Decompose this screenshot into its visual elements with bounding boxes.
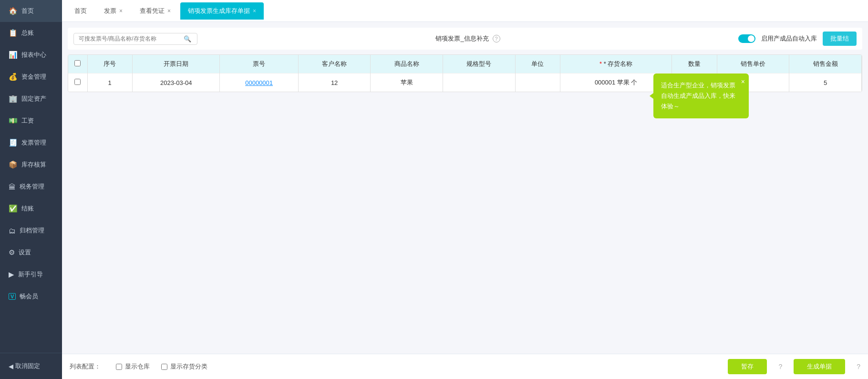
- tooltip-close-button[interactable]: ×: [741, 76, 745, 88]
- reports-icon: 📊: [9, 51, 18, 59]
- top-info: 销项发票_信息补充 ?: [435, 34, 500, 43]
- col-amount: 销售金额: [789, 55, 862, 74]
- show-category-checkbox[interactable]: [161, 364, 167, 370]
- col-spec: 规格型号: [443, 55, 516, 74]
- vip-icon: V: [9, 293, 16, 300]
- tab-sales-voucher-label: 销项发票生成库存单据: [188, 7, 250, 15]
- sidebar-item-label: 首页: [21, 7, 34, 15]
- col-checkbox: [68, 55, 87, 74]
- show-category-label: 显示存货分类: [170, 362, 207, 371]
- ledger-icon: 📋: [9, 29, 18, 37]
- sidebar-item-assets[interactable]: 🏢 固定资产: [0, 88, 62, 110]
- sidebar-item-vip[interactable]: V 畅会员: [0, 285, 62, 307]
- tab-sales-voucher[interactable]: 销项发票生成库存单据 ×: [180, 2, 264, 20]
- sidebar-item-label: 报表中心: [21, 51, 46, 59]
- info-help-icon[interactable]: ?: [493, 35, 500, 42]
- row-spec: [443, 74, 516, 92]
- sidebar-item-archive[interactable]: 🗂 归档管理: [0, 220, 62, 242]
- sidebar-item-label: 归档管理: [20, 226, 44, 235]
- feature-tooltip: × 适合生产型企业，销项发票自动生成产成品入库，快来体验～: [653, 74, 749, 118]
- salary-icon: 💵: [9, 116, 18, 125]
- sidebar-item-label: 工资: [21, 116, 34, 125]
- tab-sales-voucher-close[interactable]: ×: [253, 8, 256, 14]
- col-inventory: * * 存货名称: [560, 55, 672, 74]
- col-ticket: 票号: [220, 55, 298, 74]
- sidebar-item-label: 固定资产: [21, 95, 46, 103]
- col-date: 开票日期: [132, 55, 219, 74]
- select-all-checkbox[interactable]: [74, 60, 81, 66]
- sidebar-item-settings[interactable]: ⚙ 设置: [0, 242, 62, 263]
- invoice-icon: 🧾: [9, 138, 18, 147]
- show-category-option[interactable]: 显示存货分类: [161, 362, 207, 371]
- search-input[interactable]: [79, 35, 184, 42]
- archive-icon: 🗂: [9, 227, 16, 235]
- col-customer: 客户名称: [298, 55, 371, 74]
- required-star: *: [599, 60, 604, 67]
- sidebar-item-ledger[interactable]: 📋 总账: [0, 22, 62, 44]
- tax-icon: 🏛: [9, 183, 16, 191]
- sidebar-item-home[interactable]: 🏠 首页: [0, 0, 62, 22]
- show-warehouse-label: 显示仓库: [125, 362, 150, 371]
- tooltip-text: 适合生产型企业，销项发票自动生成产成品入库，快来体验～: [661, 82, 735, 110]
- generate-help-icon[interactable]: ?: [857, 363, 860, 370]
- col-unit: 单位: [515, 55, 560, 74]
- sidebar-item-invoice[interactable]: 🧾 发票管理: [0, 132, 62, 154]
- sidebar-item-label: 新手引导: [18, 270, 43, 279]
- sidebar-item-reports[interactable]: 📊 报表中心: [0, 44, 62, 66]
- top-bar: 🔍 销项发票_信息补充 ? 启用产成品自动入库 批量结: [68, 28, 862, 50]
- show-warehouse-option[interactable]: 显示仓库: [116, 362, 150, 371]
- tab-home[interactable]: 首页: [67, 2, 94, 20]
- row-ticket-no[interactable]: 00000001: [220, 74, 298, 92]
- sidebar-item-label: 设置: [19, 248, 31, 257]
- row-checkbox-cell[interactable]: [68, 74, 87, 92]
- sidebar-item-label: 资金管理: [21, 73, 46, 81]
- content-area: 🔍 销项发票_信息补充 ? 启用产成品自动入库 批量结: [62, 22, 868, 354]
- cancel-fixed-label: 取消固定: [15, 362, 40, 370]
- tab-voucher[interactable]: 查看凭证 ×: [132, 2, 178, 20]
- tab-voucher-close[interactable]: ×: [167, 8, 171, 14]
- show-warehouse-checkbox[interactable]: [116, 364, 122, 370]
- sidebar-item-tax[interactable]: 🏛 税务管理: [0, 176, 62, 198]
- auto-warehouse-toggle[interactable]: [738, 34, 755, 43]
- cancel-fixed-icon: ◀: [9, 363, 13, 370]
- sidebar-item-label: 总账: [21, 29, 34, 37]
- row-index: 1: [87, 74, 132, 92]
- top-right: 启用产成品自动入库 批量结: [738, 32, 857, 46]
- search-icon[interactable]: 🔍: [184, 35, 191, 42]
- guide-icon: ▶: [9, 270, 14, 279]
- list-config-label: 列表配置：: [70, 362, 101, 371]
- settings-icon: ⚙: [9, 248, 15, 257]
- inventory-icon: 📦: [9, 160, 18, 169]
- tab-invoice[interactable]: 发票 ×: [96, 2, 130, 20]
- row-checkbox[interactable]: [74, 79, 81, 85]
- sidebar-item-label: 畅会员: [20, 292, 38, 301]
- col-index: 序号: [87, 55, 132, 74]
- generate-button[interactable]: 生成单据: [794, 359, 845, 374]
- batch-button[interactable]: 批量结: [823, 32, 857, 46]
- sidebar-item-salary[interactable]: 💵 工资: [0, 110, 62, 132]
- home-icon: 🏠: [9, 7, 18, 15]
- tab-home-label: 首页: [74, 7, 87, 15]
- save-help-icon[interactable]: ?: [778, 363, 782, 370]
- row-amount: 5: [789, 74, 862, 92]
- closing-icon: ✅: [9, 204, 18, 213]
- sidebar-item-label: 发票管理: [21, 138, 46, 147]
- sidebar-item-label: 结账: [21, 204, 34, 213]
- sidebar-item-guide[interactable]: ▶ 新手引导: [0, 263, 62, 285]
- col-unit-price: 销售单价: [717, 55, 789, 74]
- row-product-name: 苹果: [371, 74, 443, 92]
- toggle-label: 启用产成品自动入库: [761, 34, 817, 43]
- assets-icon: 🏢: [9, 95, 18, 103]
- info-label: 销项发票_信息补充: [435, 34, 488, 43]
- sidebar-item-funds[interactable]: 💰 资金管理: [0, 66, 62, 88]
- bottom-bar: 列表配置： 显示仓库 显示存货分类 暂存 ? 生成单据 ?: [62, 354, 868, 379]
- sidebar-item-inventory[interactable]: 📦 库存核算: [0, 154, 62, 176]
- search-box[interactable]: 🔍: [73, 33, 197, 45]
- row-unit: [515, 74, 560, 92]
- sidebar-item-closing[interactable]: ✅ 结账: [0, 198, 62, 220]
- save-button[interactable]: 暂存: [728, 359, 767, 374]
- col-product: 商品名称: [371, 55, 443, 74]
- tab-invoice-close[interactable]: ×: [119, 8, 123, 14]
- cancel-fixed-button[interactable]: ◀ 取消固定: [0, 358, 62, 374]
- main-area: 首页 发票 × 查看凭证 × 销项发票生成库存单据 × 🔍 销项发票_信息补充 …: [62, 0, 868, 379]
